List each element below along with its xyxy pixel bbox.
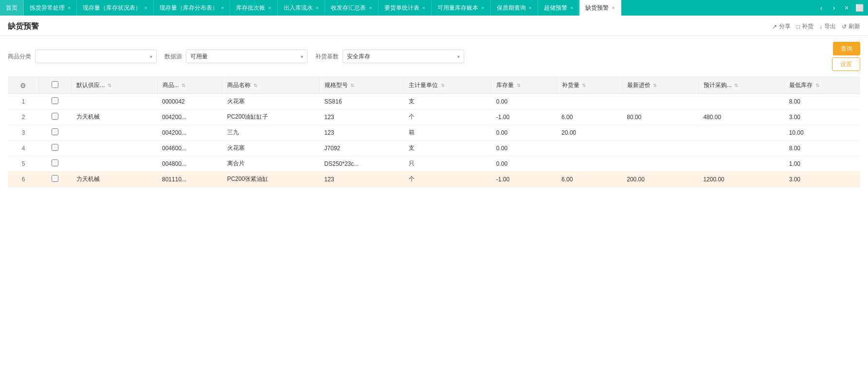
replenish-base-select[interactable]: 安全库存 ▾	[343, 50, 464, 63]
row-stock-5: 0.00	[491, 156, 557, 172]
col-default-supplier: 默认供应... ⇅	[72, 77, 157, 94]
refresh-button[interactable]: ↺ 刷新	[842, 22, 860, 31]
filter-row: 商品分类 ▾ 数据源 可用量 ▾ 补货基数 安全库存 ▾ 查询 设置	[0, 36, 868, 77]
sort-price-icon[interactable]: ⇅	[653, 83, 657, 88]
table-row[interactable]: 5 004800... 离合片 DS250*23c... 只 0.00 1.00	[8, 156, 860, 172]
datasource-filter: 数据源 可用量 ▾	[164, 50, 307, 63]
tab-requisition-stat[interactable]: 要货单统计表 ×	[379, 0, 432, 16]
table-row[interactable]: 4 004600... 火花塞 J7092 支 0.00 8.00	[8, 141, 860, 156]
row-spec-4: J7092	[320, 141, 404, 156]
col-product-code: 商品... ⇅	[157, 77, 222, 94]
nav-prev-button[interactable]: ‹	[815, 2, 827, 14]
row-name-5: 离合片	[222, 156, 320, 172]
sort-stock-icon[interactable]: ⇅	[517, 83, 521, 88]
nav-maximize-button[interactable]: ⬜	[853, 2, 865, 14]
page-title: 缺货预警	[8, 21, 39, 32]
tab-available-ledger[interactable]: 可用量库存账本 ×	[432, 0, 490, 16]
tab-inventory-dist[interactable]: 现存量（库存分布表） ×	[154, 0, 230, 16]
row-spec-3: 123	[320, 125, 404, 141]
col-latest-price: 最新进价 ⇅	[622, 77, 698, 94]
tab-inventory-dist-close[interactable]: ×	[221, 5, 224, 11]
sort-code-icon[interactable]: ⇅	[181, 83, 185, 88]
row-checkbox-6[interactable]	[39, 172, 72, 187]
nav-controls: ‹ › × ⬜	[813, 2, 868, 14]
share-button[interactable]: ↗ 分享	[772, 22, 791, 31]
row-min-stock-4: 8.00	[784, 141, 860, 156]
tab-expiry-query-close[interactable]: ×	[529, 5, 532, 11]
gear-icon[interactable]: ⚙	[20, 82, 26, 89]
row-unit-5: 只	[404, 156, 491, 172]
sort-unit-icon[interactable]: ⇅	[441, 83, 445, 88]
tab-expiry-query[interactable]: 保质期查询 ×	[491, 0, 538, 16]
tab-requisition-stat-close[interactable]: ×	[422, 5, 425, 11]
table-row[interactable]: 1 0000042 火花塞 SS816 支 0.00 8.00	[8, 94, 860, 109]
nav-next-button[interactable]: ›	[828, 2, 840, 14]
tab-batch-account[interactable]: 库存批次账 ×	[230, 0, 277, 16]
tab-overstock-close[interactable]: ×	[570, 5, 573, 11]
sort-spec-icon[interactable]: ⇅	[350, 83, 354, 88]
select-all-checkbox[interactable]	[52, 81, 58, 88]
row-unit-3: 箱	[404, 125, 491, 141]
sort-replenish-icon[interactable]: ⇅	[582, 83, 586, 88]
query-button[interactable]: 查询	[833, 42, 860, 55]
tab-available-ledger-close[interactable]: ×	[481, 5, 484, 11]
row-code-1: 0000042	[157, 94, 222, 109]
row-spec-1: SS816	[320, 94, 404, 109]
tab-inout-flow-close[interactable]: ×	[316, 5, 319, 11]
settings-button[interactable]: 设置	[832, 57, 860, 71]
row-supplier-4	[72, 141, 157, 156]
row-checkbox-5[interactable]	[39, 156, 72, 172]
row-replenish-6: 6.00	[557, 172, 622, 187]
sort-min-stock-icon[interactable]: ⇅	[815, 83, 819, 88]
row-supplier-3	[72, 125, 157, 141]
sort-name-icon[interactable]: ⇅	[253, 83, 257, 88]
tab-abnormal[interactable]: 拣货异常处理 ×	[24, 0, 77, 16]
row-min-stock-5: 1.00	[784, 156, 860, 172]
row-num-2: 2	[8, 109, 39, 125]
tab-batch-account-close[interactable]: ×	[268, 5, 271, 11]
category-label: 商品分类	[8, 53, 31, 61]
sort-supplier-icon[interactable]: ⇅	[108, 83, 111, 88]
tab-inout-flow[interactable]: 出入库流水 ×	[278, 0, 325, 16]
header-actions: ↗ 分享 □ 补货 ↓ 导出 ↺ 刷新	[772, 22, 860, 31]
row-checkbox-3[interactable]	[39, 125, 72, 141]
row-checkbox-1[interactable]	[39, 94, 72, 109]
table-row[interactable]: 6 力天机械 801110... PC200张紧油缸 123 个 -1.00 6…	[8, 172, 860, 187]
tab-home[interactable]: 首页	[0, 0, 24, 16]
row-num-6: 6	[8, 172, 39, 187]
nav-close-button[interactable]: ×	[841, 2, 852, 14]
tab-overstock[interactable]: 超储预警 ×	[538, 0, 579, 16]
row-estimated-purchase-1	[698, 94, 784, 109]
row-checkbox-2[interactable]	[39, 109, 72, 125]
tab-inventory-status[interactable]: 现存量（库存状况表） ×	[77, 0, 153, 16]
datasource-select[interactable]: 可用量 ▾	[186, 50, 307, 63]
row-name-4: 火花塞	[222, 141, 320, 156]
replenish-button[interactable]: □ 补货	[796, 22, 814, 31]
col-replenish: 补货量 ⇅	[557, 77, 622, 94]
row-num-1: 1	[8, 94, 39, 109]
datasource-label: 数据源	[164, 53, 182, 61]
row-latest-price-2: 80.00	[622, 109, 698, 125]
category-select[interactable]: ▾	[35, 50, 157, 63]
row-latest-price-3	[622, 125, 698, 141]
row-min-stock-6: 3.00	[784, 172, 860, 187]
tab-abnormal-close[interactable]: ×	[68, 5, 71, 11]
row-estimated-purchase-3	[698, 125, 784, 141]
table-row[interactable]: 2 力天机械 004200... PC200油缸缸子 123 个 -1.00 6…	[8, 109, 860, 125]
col-estimated-purchase: 预计采购... ⇅	[698, 77, 784, 94]
row-estimated-purchase-6: 1200.00	[698, 172, 784, 187]
tab-receive-summary-close[interactable]: ×	[369, 5, 372, 11]
row-estimated-purchase-5	[698, 156, 784, 172]
tab-inventory-status-close[interactable]: ×	[144, 5, 147, 11]
tab-shortage[interactable]: 缺货预警 ×	[579, 0, 621, 16]
export-button[interactable]: ↓ 导出	[819, 22, 836, 31]
table-row[interactable]: 3 004200... 三九 123 箱 0.00 20.00 10.00	[8, 125, 860, 141]
export-icon: ↓	[819, 23, 822, 30]
row-checkbox-4[interactable]	[39, 141, 72, 156]
row-name-6: PC200张紧油缸	[222, 172, 320, 187]
row-code-4: 004600...	[157, 141, 222, 156]
sort-purchase-icon[interactable]: ⇅	[734, 83, 738, 88]
tab-receive-summary[interactable]: 收发存汇总表 ×	[325, 0, 378, 16]
row-estimated-purchase-2: 480.00	[698, 109, 784, 125]
tab-shortage-close[interactable]: ×	[612, 5, 615, 11]
